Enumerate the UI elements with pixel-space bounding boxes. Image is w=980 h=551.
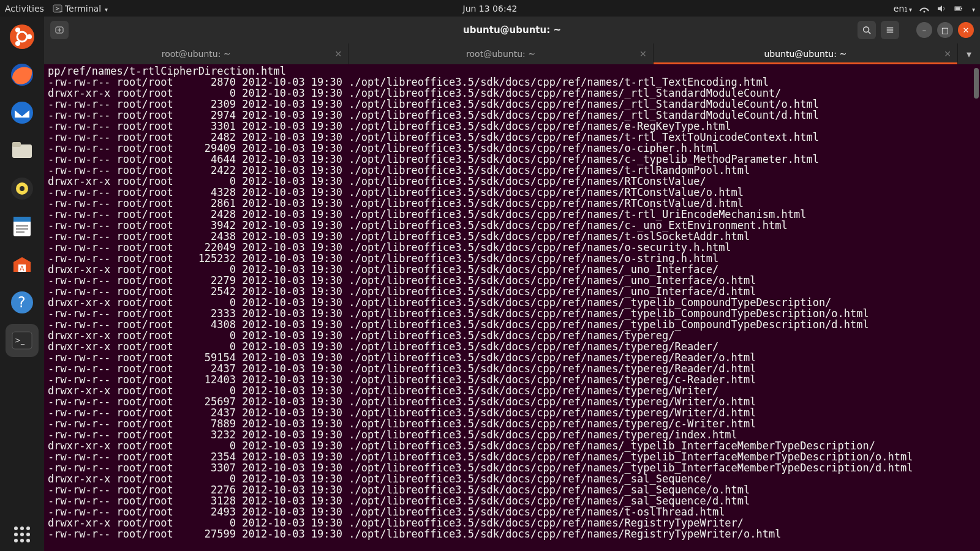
search-button[interactable] bbox=[858, 21, 876, 39]
terminal-line: -rw-rw-r-- root/root 3942 2012-10-03 19:… bbox=[48, 220, 976, 231]
terminal-line: -rw-rw-r-- root/root 2438 2012-10-03 19:… bbox=[48, 231, 976, 242]
terminal-icon: >_ bbox=[53, 4, 62, 13]
tab-1[interactable]: root@ubuntu: ~✕ bbox=[349, 43, 653, 64]
hamburger-icon bbox=[886, 26, 894, 34]
terminal-line: -rw-rw-r-- root/root 4308 2012-10-03 19:… bbox=[48, 319, 976, 330]
activities-button[interactable]: Activities bbox=[5, 4, 44, 13]
terminal-line: -rw-rw-r-- root/root 2354 2012-10-03 19:… bbox=[48, 451, 976, 462]
tab-bar: root@ubuntu: ~✕ root@ubuntu: ~✕ ubuntu@u… bbox=[44, 43, 980, 64]
svg-rect-19 bbox=[13, 217, 31, 222]
battery-icon[interactable] bbox=[954, 4, 963, 13]
terminal-line: -rw-rw-r-- root/root 2428 2012-10-03 19:… bbox=[48, 209, 976, 220]
app-menu[interactable]: >_ Terminal bbox=[53, 4, 108, 13]
svg-rect-14 bbox=[12, 142, 21, 147]
svg-point-41 bbox=[864, 27, 869, 32]
input-source-indicator[interactable]: en₁ bbox=[894, 4, 912, 13]
terminal-line: pp/ref/names/t-rtlCipherDirection.html bbox=[48, 66, 976, 77]
svg-text:?: ? bbox=[18, 294, 26, 311]
scrollbar[interactable] bbox=[973, 64, 980, 551]
dock-show-apps[interactable] bbox=[6, 518, 39, 551]
terminal-line: -rw-rw-r-- root/root 2422 2012-10-03 19:… bbox=[48, 165, 976, 176]
terminal-line: -rw-rw-r-- root/root 29409 2012-10-03 19… bbox=[48, 143, 976, 154]
system-menu-caret[interactable] bbox=[971, 4, 975, 13]
svg-point-33 bbox=[20, 533, 24, 536]
network-icon[interactable] bbox=[919, 4, 929, 13]
terminal-line: drwxr-xr-x root/root 0 2012-10-03 19:30 … bbox=[48, 440, 976, 451]
terminal-line: -rw-rw-r-- root/root 3128 2012-10-03 19:… bbox=[48, 495, 976, 506]
tab-label: root@ubuntu: ~ bbox=[466, 49, 535, 59]
svg-line-42 bbox=[869, 32, 871, 34]
svg-point-36 bbox=[20, 539, 24, 542]
scrollbar-thumb[interactable] bbox=[974, 68, 979, 99]
terminal-line: -rw-rw-r-- root/root 25697 2012-10-03 19… bbox=[48, 396, 976, 407]
menu-button[interactable] bbox=[881, 21, 899, 39]
svg-rect-20 bbox=[16, 225, 28, 227]
terminal-line: -rw-rw-r-- root/root 2482 2012-10-03 19:… bbox=[48, 132, 976, 143]
volume-icon[interactable] bbox=[937, 4, 946, 13]
svg-point-32 bbox=[14, 533, 18, 536]
svg-rect-21 bbox=[16, 228, 28, 230]
tab-0[interactable]: root@ubuntu: ~✕ bbox=[44, 43, 349, 64]
tab-dropdown-button[interactable]: ▾ bbox=[958, 43, 980, 64]
terminal-line: -rw-rw-r-- root/root 125232 2012-10-03 1… bbox=[48, 253, 976, 264]
new-tab-button[interactable] bbox=[50, 21, 69, 39]
terminal-line: drwxr-xr-x root/root 0 2012-10-03 19:30 … bbox=[48, 385, 976, 396]
svg-point-29 bbox=[14, 527, 18, 530]
terminal-line: -rw-rw-r-- root/root 3307 2012-10-03 19:… bbox=[48, 462, 976, 473]
dock-help[interactable]: ? bbox=[6, 286, 39, 319]
terminal-line: -rw-rw-r-- root/root 7889 2012-10-03 19:… bbox=[48, 418, 976, 429]
terminal-line: drwxr-xr-x root/root 0 2012-10-03 19:30 … bbox=[48, 330, 976, 341]
svg-point-8 bbox=[27, 34, 32, 39]
tab-label: root@ubuntu: ~ bbox=[162, 49, 231, 59]
terminal-line: drwxr-xr-x root/root 0 2012-10-03 19:30 … bbox=[48, 341, 976, 352]
terminal-line: -rw-rw-r-- root/root 12403 2012-10-03 19… bbox=[48, 374, 976, 385]
dock-software[interactable]: A bbox=[6, 248, 39, 281]
tab-2[interactable]: ubuntu@ubuntu: ~✕ bbox=[654, 43, 958, 64]
app-menu-label: Terminal bbox=[65, 4, 101, 13]
titlebar[interactable]: ubuntu@ubuntu: ~ – □ ✕ bbox=[44, 17, 980, 43]
dock-ubuntu-logo[interactable] bbox=[6, 20, 39, 53]
terminal-window: ubuntu@ubuntu: ~ – □ ✕ root@ubuntu: ~✕ r… bbox=[44, 17, 980, 551]
svg-point-2 bbox=[923, 10, 925, 12]
window-title: ubuntu@ubuntu: ~ bbox=[463, 24, 561, 36]
svg-point-30 bbox=[20, 527, 24, 530]
gnome-top-bar: Activities >_ Terminal Jun 13 06:42 en₁ bbox=[0, 0, 980, 17]
close-button[interactable]: ✕ bbox=[958, 22, 974, 38]
clock[interactable]: Jun 13 06:42 bbox=[463, 4, 518, 13]
tab-close-icon[interactable]: ✕ bbox=[639, 49, 647, 59]
terminal-line: drwxr-xr-x root/root 0 2012-10-03 19:30 … bbox=[48, 88, 976, 99]
search-icon bbox=[862, 26, 871, 34]
svg-point-10 bbox=[15, 41, 20, 46]
svg-text:>_: >_ bbox=[55, 6, 62, 12]
svg-point-9 bbox=[15, 28, 20, 32]
svg-rect-4 bbox=[961, 8, 962, 9]
terminal-line: -rw-rw-r-- root/root 2974 2012-10-03 19:… bbox=[48, 110, 976, 121]
svg-point-31 bbox=[26, 527, 30, 530]
dock-rhythmbox[interactable] bbox=[6, 172, 39, 205]
maximize-button[interactable]: □ bbox=[937, 22, 953, 38]
dock-terminal[interactable]: >_ bbox=[6, 324, 39, 357]
terminal-line: drwxr-xr-x root/root 0 2012-10-03 19:30 … bbox=[48, 473, 976, 484]
terminal-output[interactable]: pp/ref/names/t-rtlCipherDirection.html-r… bbox=[44, 64, 980, 551]
terminal-line: -rw-rw-r-- root/root 2493 2012-10-03 19:… bbox=[48, 506, 976, 517]
terminal-line: -rw-rw-r-- root/root 2309 2012-10-03 19:… bbox=[48, 99, 976, 110]
terminal-line: drwxr-xr-x root/root 0 2012-10-03 19:30 … bbox=[48, 264, 976, 275]
minimize-button[interactable]: – bbox=[916, 22, 932, 38]
tab-close-icon[interactable]: ✕ bbox=[335, 49, 342, 59]
terminal-line: drwxr-xr-x root/root 0 2012-10-03 19:30 … bbox=[48, 517, 976, 528]
svg-rect-22 bbox=[16, 231, 24, 233]
tab-label: ubuntu@ubuntu: ~ bbox=[764, 49, 847, 59]
dock-firefox[interactable] bbox=[6, 58, 39, 91]
terminal-line: -rw-rw-r-- root/root 2276 2012-10-03 19:… bbox=[48, 484, 976, 495]
terminal-line: -rw-rw-r-- root/root 27599 2012-10-03 19… bbox=[48, 528, 976, 539]
svg-point-35 bbox=[14, 539, 18, 542]
tab-close-icon[interactable]: ✕ bbox=[944, 49, 951, 59]
dock-files[interactable] bbox=[6, 134, 39, 167]
dock-thunderbird[interactable] bbox=[6, 96, 39, 129]
terminal-line: -rw-rw-r-- root/root 2437 2012-10-03 19:… bbox=[48, 407, 976, 418]
svg-rect-5 bbox=[956, 7, 960, 10]
terminal-line: -rw-rw-r-- root/root 2870 2012-10-03 19:… bbox=[48, 77, 976, 88]
terminal-line: -rw-rw-r-- root/root 59154 2012-10-03 19… bbox=[48, 352, 976, 363]
dock-writer[interactable] bbox=[6, 210, 39, 243]
terminal-line: -rw-rw-r-- root/root 2437 2012-10-03 19:… bbox=[48, 363, 976, 374]
